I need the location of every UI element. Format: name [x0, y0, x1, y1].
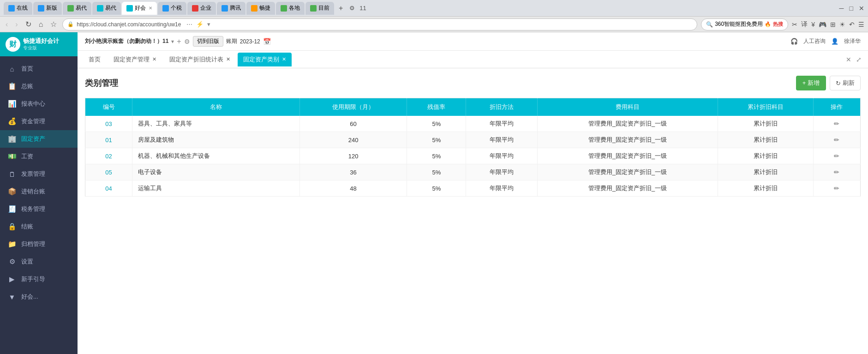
page-tab-depreciation-stats[interactable]: 固定资产折旧统计表 ✕	[164, 53, 236, 66]
sidebar-item-stock[interactable]: 📦 进销台账	[0, 183, 78, 200]
row-code-1: 01	[85, 132, 132, 148]
sidebar-label-payroll: 工资	[21, 152, 33, 161]
minimize-button[interactable]: ─	[839, 5, 844, 12]
row-acc-dep-3: 累计折旧	[718, 164, 813, 180]
gamepad-icon[interactable]: 🎮	[819, 21, 826, 28]
browser-tab-muqian[interactable]: 目前	[305, 2, 334, 15]
browser-tab-enterprise[interactable]: 企业	[187, 2, 216, 15]
code-link-4[interactable]: 04	[105, 185, 112, 192]
th-method: 折旧方法	[466, 98, 537, 116]
more-icon: ▼	[7, 293, 17, 301]
edit-btn-0[interactable]: ✏	[834, 120, 839, 127]
browser-tab-yidai1[interactable]: 易代	[63, 2, 91, 15]
tab-label-enterprise: 企业	[200, 4, 211, 12]
expand-icon[interactable]: ⤢	[855, 55, 862, 64]
row-method-4: 年限平均	[466, 180, 537, 197]
page-tab-category[interactable]: 固定资产类别 ✕	[238, 53, 292, 66]
sidebar-item-funds[interactable]: 💰 资金管理	[0, 113, 78, 130]
new-tab-button[interactable]: +	[335, 2, 347, 14]
code-link-2[interactable]: 02	[105, 153, 112, 160]
row-residual-2: 5%	[407, 148, 466, 164]
browser-tab-changjie[interactable]: 畅捷	[246, 2, 275, 15]
switch-version-btn[interactable]: 切到旧版	[193, 36, 223, 47]
add-button[interactable]: + 新增	[796, 76, 826, 90]
sidebar: 财 畅捷通好会计 专业版 ⌂ 首页 📋 总账 📊 报表中心 💰 资金管理	[0, 32, 78, 354]
dropdown-arrow-icon[interactable]: ▾	[171, 38, 174, 45]
th-residual: 残值率	[407, 98, 466, 116]
edit-btn-2[interactable]: ✏	[834, 152, 839, 160]
window-controls: ─ □ ✕	[839, 5, 864, 12]
sidebar-item-home[interactable]: ⌂ 首页	[0, 60, 78, 78]
lightning-icon[interactable]: ⚡	[196, 21, 204, 28]
tab-icon-yidai1	[67, 5, 74, 12]
address-bar[interactable]: 🔒 https://cloud.chanjet.com/accounting/u…	[62, 18, 697, 30]
row-code-4: 04	[85, 180, 132, 197]
sidebar-item-invoice[interactable]: 🗒 发票管理	[0, 165, 78, 183]
home-button[interactable]: ⌂	[37, 19, 45, 30]
browser-tab-new[interactable]: 新版	[33, 2, 62, 15]
sidebar-item-fixed-assets[interactable]: 🏢 固定资产	[0, 130, 78, 148]
reload-button[interactable]: ↻	[24, 19, 33, 30]
close-tab-category[interactable]: ✕	[282, 56, 286, 62]
payroll-icon: 💵	[7, 152, 17, 161]
code-link-0[interactable]: 03	[105, 120, 112, 127]
undo-icon[interactable]: ↶	[849, 21, 855, 28]
translate-icon[interactable]: 译	[801, 20, 808, 29]
browser-tab-gedi[interactable]: 各地	[276, 2, 305, 15]
sidebar-item-archive[interactable]: 📁 归档管理	[0, 235, 78, 253]
close-window-button[interactable]: ✕	[859, 5, 864, 12]
support-label[interactable]: 人工咨询	[803, 37, 826, 45]
browser-tab-tax[interactable]: 个税	[158, 2, 186, 15]
close-all-tabs-icon[interactable]: ✕	[845, 55, 852, 64]
edit-btn-3[interactable]: ✏	[834, 168, 839, 176]
code-link-3[interactable]: 05	[105, 169, 112, 176]
row-expense-0: 管理费用_固定资产折旧_一级	[537, 116, 718, 132]
row-acc-dep-4: 累计折旧	[718, 180, 813, 197]
close-tab-haohui[interactable]: ✕	[149, 6, 152, 11]
bookmark-button[interactable]: ☆	[48, 19, 59, 30]
page-tab-home[interactable]: 首页	[83, 53, 106, 66]
sidebar-item-reports[interactable]: 📊 报表中心	[0, 95, 78, 113]
close-tab-fixed-assets-mgmt[interactable]: ✕	[152, 56, 156, 62]
scissors-icon[interactable]: ✂	[792, 21, 797, 28]
browser-tab-online[interactable]: 在线	[4, 2, 32, 15]
tab-icon-online	[8, 5, 15, 12]
sidebar-item-ledger[interactable]: 📋 总账	[0, 78, 78, 95]
brightness-icon[interactable]: ☀	[839, 21, 845, 28]
edit-btn-4[interactable]: ✏	[834, 185, 839, 192]
refresh-label: 刷新	[843, 79, 855, 87]
browser-tab-tencent[interactable]: 腾讯	[217, 2, 245, 15]
back-button[interactable]: ‹	[4, 19, 10, 30]
maximize-button[interactable]: □	[850, 5, 853, 12]
browser-tab-haohui[interactable]: 好会 ✕	[122, 2, 157, 15]
code-link-1[interactable]: 01	[105, 137, 112, 144]
menu-icon[interactable]: ☰	[858, 21, 864, 28]
settings-gear-icon[interactable]: ⚙	[184, 38, 190, 45]
add-company-icon[interactable]: +	[177, 37, 181, 46]
tab-list-icon[interactable]: ⚙	[347, 5, 357, 12]
grid-icon[interactable]: ⊞	[830, 21, 836, 28]
sidebar-item-settings[interactable]: ⚙ 设置	[0, 253, 78, 270]
browser-search-box[interactable]: 🔍 360智能抠图免费用 🔥 热搜	[701, 18, 788, 30]
sidebar-item-guide[interactable]: ▶ 新手引导	[0, 270, 78, 288]
address-url: https://cloud.chanjet.com/accounting/uw1…	[77, 21, 181, 28]
site-info-icon[interactable]: ⋯	[186, 21, 192, 28]
currency-icon[interactable]: ¥	[811, 21, 815, 28]
sidebar-item-tax[interactable]: 🧾 税务管理	[0, 200, 78, 218]
chevron-down-icon[interactable]: ▾	[207, 21, 210, 28]
sidebar-item-payroll[interactable]: 💵 工资	[0, 148, 78, 165]
forward-button[interactable]: ›	[13, 19, 19, 30]
row-method-3: 年限平均	[466, 164, 537, 180]
tab-label-tencent: 腾讯	[230, 4, 241, 12]
close-tab-depreciation-stats[interactable]: ✕	[226, 56, 230, 62]
page-tab-fixed-assets-mgmt[interactable]: 固定资产管理 ✕	[108, 53, 162, 66]
sidebar-item-more[interactable]: ▼ 好会...	[0, 288, 78, 306]
calendar-icon[interactable]: 📅	[263, 38, 271, 45]
sidebar-label-funds: 资金管理	[21, 117, 45, 126]
sidebar-logo: 财 畅捷通好会计 专业版	[0, 32, 78, 56]
refresh-button[interactable]: ↻ 刷新	[830, 76, 861, 90]
sidebar-menu: ⌂ 首页 📋 总账 📊 报表中心 💰 资金管理 🏢 固定资产 💵 工资	[0, 56, 78, 354]
browser-tab-yidai2[interactable]: 易代	[92, 2, 121, 15]
edit-btn-1[interactable]: ✏	[834, 136, 839, 144]
sidebar-item-closing[interactable]: 🔒 结账	[0, 218, 78, 235]
